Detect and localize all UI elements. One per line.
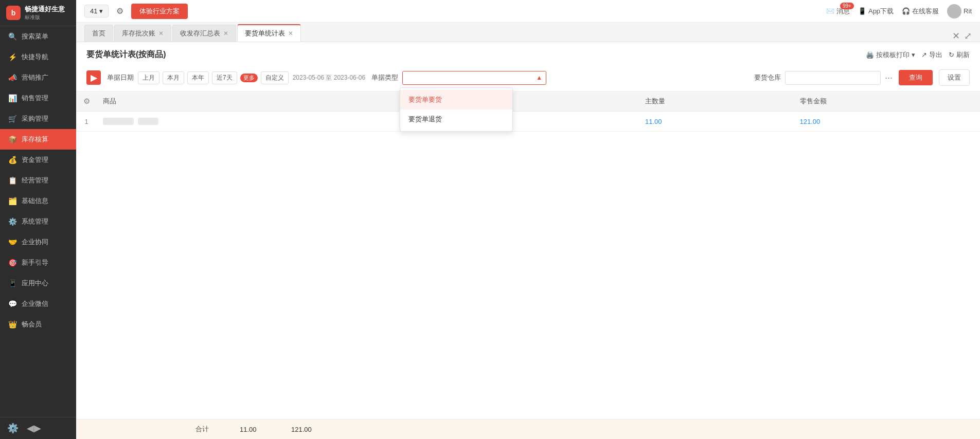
refresh-action[interactable]: ↻ 刷新 [949, 50, 970, 60]
type-input-wrapper: ▲ [402, 71, 546, 85]
date-range-display: 2023-05-06 至 2023-06-06 [293, 74, 365, 82]
sidebar-item-search[interactable]: 🔍搜索菜单 [0, 26, 76, 47]
maximize-icon[interactable]: ⤢ [964, 30, 972, 42]
footer-label: 合计 [82, 425, 209, 434]
window-controls: ✕ ⤢ [952, 30, 972, 42]
filter-bar: ▶ 单据日期 上月 本月 本年 近7天 更多 自定义 2023-05-06 至 … [76, 64, 980, 92]
date-btn-7days[interactable]: 近7天 [212, 71, 237, 84]
query-button[interactable]: 查询 [899, 70, 933, 85]
online-service-area[interactable]: 🎧 在线客服 [902, 7, 939, 16]
print-action[interactable]: 🖨️ 按模板打印 ▾ [866, 50, 915, 60]
phone-icon: 📱 [858, 7, 866, 15]
sidebar-label-system: 系统管理 [22, 217, 48, 226]
sidebar-item-enterprise[interactable]: 🤝企业协同 [0, 232, 76, 252]
app-download-area[interactable]: 📱 App下载 [858, 7, 894, 16]
th-product: 商品 [97, 92, 421, 112]
filter-expand-btn[interactable]: ▶ [86, 70, 101, 85]
tabs-bar: 首页库存批次账✕收发存汇总表✕要货单统计表✕ ✕ ⤢ [76, 23, 980, 42]
online-service-label: 在线客服 [912, 7, 939, 16]
logo-text: 畅捷通好生意 标准版 [25, 5, 65, 21]
table-row: 1 块 11.00 121.00 [76, 112, 980, 132]
collapse-icon[interactable]: ◀▶ [27, 423, 41, 434]
th-amount: 零售金额 [794, 92, 981, 112]
topbar-left: 41 ▾ ⚙ 体验行业方案 [84, 4, 188, 19]
date-more-badge[interactable]: 更多 [240, 74, 258, 82]
close-window-icon[interactable]: ✕ [952, 30, 960, 42]
sidebar-item-finance[interactable]: 💰资金管理 [0, 150, 76, 170]
dropdown-item-label: 要货单退货 [408, 115, 442, 123]
footer-amount: 121.00 [260, 426, 312, 433]
enterprise-icon: 🤝 [7, 237, 17, 247]
type-dropdown-toggle[interactable]: ▲ [536, 74, 542, 81]
filter-more-icon[interactable]: ··· [885, 72, 893, 83]
sidebar-item-wechat[interactable]: 💬企业微信 [0, 294, 76, 314]
page-actions: 🖨️ 按模板打印 ▾ ↗ 导出 ↻ 刷新 [866, 50, 970, 60]
settings-button[interactable]: 设置 [939, 69, 970, 86]
dropdown-item-yaohuodan-yaohuo[interactable]: 要货单要货 [400, 90, 512, 109]
notification-area[interactable]: ✉️ 消息 99+ [826, 7, 850, 16]
user-name: Rit [964, 7, 972, 15]
tab-label: 首页 [92, 29, 105, 38]
sidebar-item-guide[interactable]: 🎯新手引导 [0, 252, 76, 273]
td-product [97, 112, 421, 132]
main-area: 41 ▾ ⚙ 体验行业方案 ✉️ 消息 99+ 📱 App下载 🎧 在线客服 [76, 0, 980, 439]
sidebar-label-purchase: 采购管理 [22, 114, 48, 123]
tab-close-icon[interactable]: ✕ [288, 30, 293, 37]
topbar: 41 ▾ ⚙ 体验行业方案 ✉️ 消息 99+ 📱 App下载 🎧 在线客服 [76, 0, 980, 23]
quick-nav-icon: ⚡ [7, 52, 17, 62]
type-filter-input[interactable] [402, 71, 546, 85]
sidebar-label-basic: 基础信息 [22, 196, 48, 206]
app-logo: b 畅捷通好生意 标准版 [0, 0, 76, 26]
dropdown-item-yaohuodan-tuihuo[interactable]: 要货单退货 [400, 109, 512, 129]
finance-icon: 💰 [7, 155, 17, 165]
sidebar-item-sales[interactable]: 📊销售管理 [0, 88, 76, 108]
notification-badge: 99+ [840, 3, 854, 9]
th-qty: 主数量 [639, 92, 793, 112]
sidebar-label-sales: 销售管理 [22, 94, 48, 103]
date-btn-this-month[interactable]: 本月 [163, 71, 184, 84]
settings-icon[interactable]: ⚙️ [7, 423, 19, 434]
app-download-label: App下载 [868, 7, 894, 16]
sidebar-nav: 🔍搜索菜单⚡快捷导航📣营销推广📊销售管理🛒采购管理📦库存核算💰资金管理📋经营管理… [0, 26, 76, 417]
tab-close-icon[interactable]: ✕ [158, 30, 164, 37]
warehouse-filter-input[interactable] [785, 71, 881, 85]
headset-icon: 🎧 [902, 7, 910, 15]
message-icon: ✉️ [826, 7, 834, 15]
date-btn-this-year[interactable]: 本年 [187, 71, 209, 84]
tab-close-icon[interactable]: ✕ [223, 30, 228, 37]
sidebar-item-inventory[interactable]: 📦库存核算 [0, 129, 76, 150]
export-action[interactable]: ↗ 导出 [921, 50, 942, 60]
member-icon: 👑 [7, 319, 17, 330]
date-custom-btn[interactable]: 自定义 [261, 71, 289, 84]
sidebar-item-marketing[interactable]: 📣营销推广 [0, 67, 76, 88]
sales-icon: 📊 [7, 93, 17, 103]
logo-icon: b [6, 6, 21, 20]
sidebar-label-enterprise: 企业协同 [22, 237, 48, 247]
sidebar-item-quick-nav[interactable]: ⚡快捷导航 [0, 47, 76, 67]
user-info[interactable]: Rit [947, 4, 972, 19]
sidebar-item-appcenter[interactable]: 📱应用中心 [0, 273, 76, 294]
sidebar-item-basic[interactable]: 🗂️基础信息 [0, 191, 76, 211]
sidebar-item-member[interactable]: 👑畅会员 [0, 314, 76, 335]
sidebar-item-purchase[interactable]: 🛒采购管理 [0, 108, 76, 129]
sidebar: b 畅捷通好生意 标准版 🔍搜索菜单⚡快捷导航📣营销推广📊销售管理🛒采购管理📦库… [0, 0, 76, 439]
product-placeholder1 [103, 118, 134, 125]
system-icon: ⚙️ [7, 216, 17, 227]
td-amount[interactable]: 121.00 [794, 112, 981, 132]
tab-收发存汇总表[interactable]: 收发存汇总表✕ [172, 25, 236, 42]
sidebar-item-operation[interactable]: 📋经营管理 [0, 170, 76, 191]
appcenter-icon: 📱 [7, 278, 17, 288]
sidebar-bottom: ⚙️ ◀▶ [0, 417, 76, 439]
table-container: ⚙ 商品 主计量单位 主数量 零售金额 1 块 11.00 121.00 [76, 92, 980, 419]
promo-button[interactable]: 体验行业方案 [131, 4, 188, 19]
date-btn-last-month[interactable]: 上月 [138, 71, 159, 84]
tab-首页[interactable]: 首页 [84, 25, 113, 42]
topbar-gear-icon[interactable]: ⚙ [113, 4, 127, 19]
type-filter-section: 单据类型 ▲ 要货单要货 要货单退货 [371, 71, 546, 85]
branch-selector[interactable]: 41 ▾ [84, 5, 109, 17]
table-settings-th[interactable]: ⚙ [76, 92, 97, 112]
td-qty[interactable]: 11.00 [639, 112, 793, 132]
sidebar-item-system[interactable]: ⚙️系统管理 [0, 211, 76, 232]
tab-库存批次账[interactable]: 库存批次账✕ [114, 25, 171, 42]
tab-要货单统计表[interactable]: 要货单统计表✕ [237, 24, 301, 42]
